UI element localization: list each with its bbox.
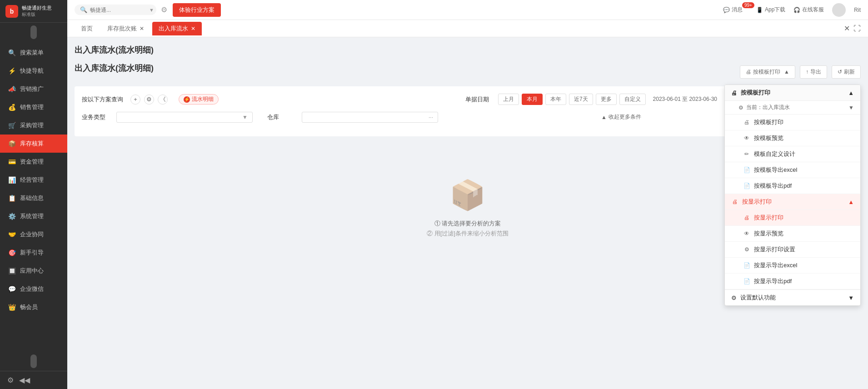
online-service-button[interactable]: 🎧 在线客服 (793, 6, 824, 14)
sidebar-item-coop[interactable]: 🤝企业协同 (0, 225, 67, 244)
date-btn-本年[interactable]: 本年 (545, 94, 566, 105)
dropdown-display-items: 🖨按显示打印👁按显示预览⚙按显示打印设置📄按显示导出excel📄按显示导出pdf (725, 210, 860, 289)
dropdown-template-item-按模板预览[interactable]: 👁按模板预览 (725, 130, 860, 146)
app-download-label: App下载 (765, 6, 785, 14)
sidebar-icon-basic: 📋 (7, 194, 16, 203)
message-button[interactable]: 💬 消息 99+ (723, 6, 748, 14)
date-btn-近7天[interactable]: 近7天 (569, 94, 593, 105)
print-chevron-icon: ▲ (784, 69, 789, 75)
collapse-icon[interactable]: ◀◀ (19, 376, 30, 384)
header: 🔍 ▼ ⚙ 体验行业方案 💬 消息 99+ 📱 App下载 🎧 在线客服 Rit (67, 0, 868, 20)
dropdown-template-item-模板自定义设计[interactable]: ✏模板自定义设计 (725, 146, 860, 162)
username-label[interactable]: Rit (854, 7, 861, 13)
app-download-icon: 📱 (756, 7, 763, 13)
empty-hint-1: ① 请先选择要分析的方案 (434, 219, 501, 228)
tab-flow[interactable]: 出入库流水 ✕ (152, 22, 202, 35)
date-btn-更多[interactable]: 更多 (596, 94, 617, 105)
filter-label: 按以下方案查询 (82, 95, 123, 104)
tab-batch[interactable]: 库存批次账 ✕ (101, 22, 150, 35)
export-button[interactable]: ↑ 导出 (800, 65, 827, 79)
date-filter-area: 单据日期 上月本月本年近7天更多自定义 2023-06-01 至 2023-06… (465, 94, 717, 105)
print-template-button[interactable]: 🖨 按模板打印 ▲ (740, 65, 795, 79)
refresh-button[interactable]: ↺ 刷新 (832, 65, 861, 79)
app-download-button[interactable]: 📱 App下载 (756, 6, 785, 14)
message-label: 消息 (732, 6, 743, 14)
sidebar-item-guide[interactable]: 🎯新手引导 (0, 244, 67, 262)
sidebar-item-basic[interactable]: 📋基础信息 (0, 189, 67, 207)
app-logo: b 畅捷通好生意 标准版 (0, 0, 67, 23)
sidebar-item-marketing[interactable]: 📣营销推广 (0, 80, 67, 98)
sidebar-item-system[interactable]: ⚙️系统管理 (0, 207, 67, 225)
tab-close-batch[interactable]: ✕ (140, 25, 144, 32)
sidebar-item-quick-nav[interactable]: ⚡快捷导航 (0, 62, 67, 80)
sidebar-label-finance: 资金管理 (20, 158, 44, 166)
dropdown-template-item-按模板导出excel[interactable]: 📄按模板导出excel (725, 162, 860, 178)
settings-icon[interactable]: ⚙ (7, 376, 14, 384)
filter-tag-shuimingxi[interactable]: ⚡ 流水明细 (179, 94, 219, 105)
item-label: 按显示预览 (754, 229, 783, 238)
item-icon: 🖨 (743, 119, 750, 126)
sidebar-label-marketing: 营销推广 (20, 85, 44, 93)
collapse-button[interactable]: ▲ 收起更多条件 (601, 113, 641, 121)
sidebar-item-purchase[interactable]: 🛒采购管理 (0, 116, 67, 135)
business-type-select[interactable]: ▼ (116, 112, 253, 123)
date-btn-本月[interactable]: 本月 (522, 94, 543, 105)
dropdown-display-item-按显示预览[interactable]: 👁按显示预览 (725, 226, 860, 242)
date-btn-上月[interactable]: 上月 (498, 94, 519, 105)
header-right: 💬 消息 99+ 📱 App下载 🎧 在线客服 Rit (723, 3, 861, 17)
dropdown-template-item-按模板打印[interactable]: 🖨按模板打印 (725, 115, 860, 130)
dropdown-display-item-按显示导出excel[interactable]: 📄按显示导出excel (725, 258, 860, 274)
sidebar-scroll-down[interactable] (30, 354, 37, 368)
close-all-tabs-icon[interactable]: ✕ (844, 24, 850, 33)
header-gear-icon[interactable]: ⚙ (161, 5, 167, 14)
dropdown-display-header[interactable]: 🖨 按显示打印 ▲ (725, 194, 860, 210)
sidebar-label-apps: 应用中心 (20, 267, 44, 275)
filter-tag-icon: ⚡ (184, 96, 190, 103)
add-filter-button[interactable]: + (130, 95, 140, 105)
date-options-group: 上月本月本年近7天更多自定义 (498, 94, 646, 105)
footer-chevron-icon: ▼ (848, 294, 854, 301)
dropdown-header[interactable]: 🖨 按模板打印 ▲ (725, 85, 860, 101)
filter-tag-label: 流水明细 (192, 95, 214, 103)
warehouse-select[interactable]: ··· (302, 112, 438, 123)
warehouse-label: 仓库 (267, 113, 294, 121)
search-icon: 🔍 (80, 6, 87, 13)
toolbar-actions: 🖨 按模板打印 ▲ ↑ 导出 ↺ 刷新 (740, 65, 861, 79)
message-icon: 💬 (723, 7, 730, 13)
trial-button[interactable]: 体验行业方案 (173, 3, 221, 17)
dropdown-template-item-按模板导出pdf[interactable]: 📄按模板导出pdf (725, 178, 860, 194)
sidebar-item-vip[interactable]: 👑畅会员 (0, 298, 67, 316)
avatar[interactable] (832, 3, 846, 17)
dropdown-display-item-按显示打印[interactable]: 🖨按显示打印 (725, 210, 860, 226)
item-label: 按显示导出excel (754, 261, 797, 269)
sidebar-item-apps[interactable]: 🔲应用中心 (0, 262, 67, 280)
item-label: 模板自定义设计 (754, 150, 795, 158)
sidebar-item-sales[interactable]: 💰销售管理 (0, 98, 67, 116)
sidebar-item-wechat[interactable]: 💬企业微信 (0, 280, 67, 298)
item-label: 按模板导出pdf (754, 182, 792, 190)
sidebar-item-finance[interactable]: 💳资金管理 (0, 153, 67, 171)
search-chevron-icon: ▼ (149, 7, 154, 13)
sidebar-item-search[interactable]: 🔍搜索菜单 (0, 44, 67, 62)
sidebar-scroll-up[interactable] (30, 25, 37, 39)
footer-settings-icon: ⚙ (731, 294, 737, 301)
header-search-box[interactable]: 🔍 ▼ (75, 5, 156, 15)
sidebar-item-operation[interactable]: 📊经营管理 (0, 171, 67, 189)
item-icon: 📄 (743, 262, 750, 269)
dropdown-current[interactable]: ⚙ 当前：出入库流水 ▼ (725, 101, 860, 115)
dropdown-current-icon: ⚙ (738, 105, 743, 111)
settings-filter-button[interactable]: ⚙ (144, 95, 154, 105)
tab-home[interactable]: 首页 (75, 22, 99, 35)
dropdown-display-item-按显示打印设置[interactable]: ⚙按显示打印设置 (725, 242, 860, 258)
logo-text: 畅捷通好生意 标准版 (22, 5, 52, 17)
expand-tabs-icon[interactable]: ⛶ (853, 25, 861, 33)
collapse-filter-button[interactable]: 《 (158, 95, 168, 105)
online-service-icon: 🎧 (793, 7, 800, 13)
dropdown-display-item-按显示导出pdf[interactable]: 📄按显示导出pdf (725, 274, 860, 289)
dropdown-footer[interactable]: ⚙ 设置默认功能 ▼ (725, 289, 860, 305)
tab-close-flow[interactable]: ✕ (191, 25, 195, 32)
search-input[interactable] (90, 7, 145, 13)
dropdown-title: 按模板打印 (741, 89, 770, 97)
sidebar-item-inventory[interactable]: 📦库存核算 (0, 135, 67, 153)
date-btn-自定义[interactable]: 自定义 (619, 94, 646, 105)
